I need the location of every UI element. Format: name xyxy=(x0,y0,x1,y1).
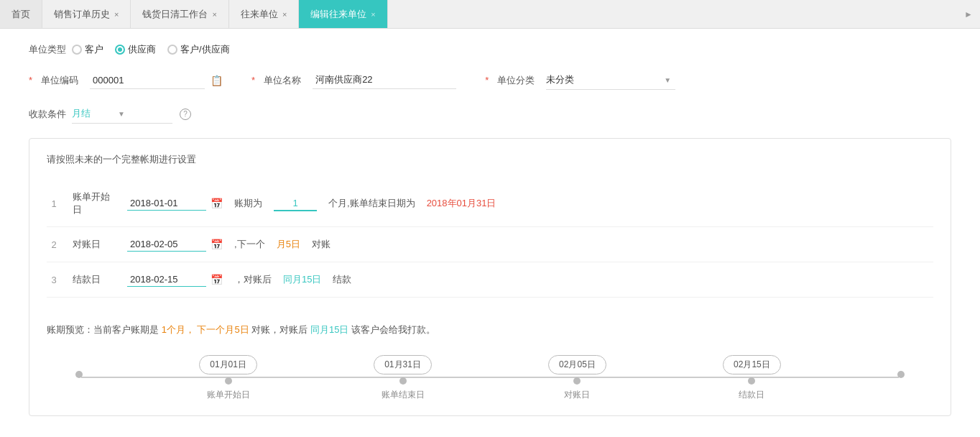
tab-cashwork[interactable]: 钱货日清工作台 × xyxy=(131,0,228,28)
card-section: 请按照未来的一个完整帐期进行设置 1 账单开始日 📅 账期为 个月,账单结束日期… xyxy=(29,138,951,416)
payment-label: 收款条件 xyxy=(29,108,66,121)
row-type-1: 账单开始日 xyxy=(73,190,116,216)
radio-customer-supplier[interactable]: 客户/供应商 xyxy=(167,43,230,56)
row-num-2: 2 xyxy=(47,239,61,250)
unit-class-label: 单位分类 xyxy=(497,74,535,87)
radio-customer-circle xyxy=(72,45,82,55)
timeline: 01月01日 账单开始日 01月31日 账单结束日 02月05日 对账日 xyxy=(47,355,933,401)
tab-home[interactable]: 首页 xyxy=(0,0,42,28)
row-num-3: 3 xyxy=(47,275,61,285)
required-star-name: * xyxy=(251,75,255,86)
date-wrapper-2: 📅 xyxy=(127,237,223,252)
timeline-label-2: 账单结束日 xyxy=(382,389,425,401)
timeline-end-dot xyxy=(897,371,905,378)
payment-row: 收款条件 月结 ▼ ? xyxy=(29,104,951,124)
period-input-1[interactable] xyxy=(274,196,317,211)
timeline-item-3: 02月05日 对账日 xyxy=(548,355,606,401)
timeline-start-dot xyxy=(75,371,83,378)
row3-suffix-highlight: 同月15日 xyxy=(283,273,321,286)
timeline-pill-3: 02月05日 xyxy=(548,355,606,374)
unit-name-field: * 单位名称 xyxy=(251,72,456,89)
setting-row-1: 1 账单开始日 📅 账期为 个月,账单结束日期为 2018年01月31日 xyxy=(47,180,933,227)
timeline-label-1: 账单开始日 xyxy=(207,389,250,401)
payment-select[interactable]: 月结 ▼ xyxy=(72,104,172,124)
row-num-1: 1 xyxy=(47,198,61,209)
preview-suffix: 该客户会给我打款。 xyxy=(351,324,435,335)
preview-prefix: 账期预览：当前客户账期是 xyxy=(47,324,159,335)
radio-supplier[interactable]: 供应商 xyxy=(115,43,156,56)
row2-suffix-highlight: 月5日 xyxy=(277,238,300,251)
timeline-pill-4: 02月15日 xyxy=(723,355,781,374)
row3-suffix-post: 结款 xyxy=(333,273,351,286)
page-content: 单位类型 客户 供应商 客户/供应商 * 单位编码 📋 * xyxy=(0,29,980,437)
required-star-class: * xyxy=(485,75,489,86)
date-wrapper-1: 📅 xyxy=(127,196,223,211)
preview-p3: 同月15日 xyxy=(310,324,348,335)
preview-mid: 对账，对账后 xyxy=(251,324,308,335)
setting-row-3: 3 结款日 📅 ，对账后同月15日结款 xyxy=(47,262,933,298)
unit-class-value: 未分类 xyxy=(546,73,574,86)
radio-supplier-circle xyxy=(115,45,125,55)
chevron-down-icon: ▼ xyxy=(664,76,671,84)
row-type-2: 对账日 xyxy=(73,238,116,251)
timeline-points: 01月01日 账单开始日 01月31日 账单结束日 02月05日 对账日 xyxy=(75,355,905,401)
timeline-pill-1: 01月01日 xyxy=(199,355,257,374)
payment-chevron-icon: ▼ xyxy=(118,110,125,118)
row2-suffix-pre: ,下一个 xyxy=(234,238,265,251)
row-type-3: 结款日 xyxy=(73,273,116,286)
unit-type-row: 单位类型 客户 供应商 客户/供应商 xyxy=(29,43,951,56)
help-icon[interactable]: ? xyxy=(180,109,191,120)
calendar-icon-2[interactable]: 📅 xyxy=(211,239,223,250)
date-wrapper-3: 📅 xyxy=(127,272,223,287)
unit-code-label: 单位编码 xyxy=(41,74,78,87)
radio-customer[interactable]: 客户 xyxy=(72,43,103,56)
unit-code-field: * 单位编码 📋 xyxy=(29,72,223,89)
preview-p2: 下一个月5日 xyxy=(197,324,249,335)
unit-name-input[interactable] xyxy=(313,72,456,89)
unit-class-field: * 单位分类 未分类 ▼ xyxy=(485,70,675,90)
row2-suffix-post: 对账 xyxy=(312,238,330,251)
fields-row: * 单位编码 📋 * 单位名称 * 单位分类 未分类 ▼ xyxy=(29,70,951,90)
close-tab-contacts[interactable]: × xyxy=(282,10,287,19)
date-input-1[interactable] xyxy=(127,196,206,211)
period-prefix-1: 账期为 xyxy=(234,197,262,210)
tab-sales-history[interactable]: 销售订单历史 × xyxy=(42,0,131,28)
timeline-end xyxy=(897,371,905,401)
unit-type-radio-group: 客户 供应商 客户/供应商 xyxy=(72,43,230,56)
tab-scroll-right[interactable]: ► xyxy=(957,0,980,28)
timeline-dot-4 xyxy=(748,377,755,385)
unit-name-label: 单位名称 xyxy=(264,74,301,87)
radio-customer-supplier-circle xyxy=(167,45,177,55)
tab-bar: 首页 销售订单历史 × 钱货日清工作台 × 往来单位 × 编辑往来单位 × ► xyxy=(0,0,980,29)
timeline-dot-1 xyxy=(225,377,232,385)
close-tab-sales-history[interactable]: × xyxy=(114,10,119,19)
timeline-item-1: 01月01日 账单开始日 xyxy=(199,355,257,401)
date-input-2[interactable] xyxy=(127,237,206,252)
preview-text: 账期预览：当前客户账期是 1个月， 下一个月5日 对账，对账后 同月15日 该客… xyxy=(47,312,933,348)
tab-contacts[interactable]: 往来单位 × xyxy=(229,0,299,28)
timeline-item-2: 01月31日 账单结束日 xyxy=(374,355,432,401)
period-suffix-1: 个月,账单结束日期为 xyxy=(328,197,415,210)
tab-edit-contact[interactable]: 编辑往来单位 × xyxy=(299,0,387,28)
unit-code-icon[interactable]: 📋 xyxy=(211,75,223,86)
card-title: 请按照未来的一个完整帐期进行设置 xyxy=(47,153,933,166)
timeline-label-3: 对账日 xyxy=(564,389,590,401)
close-tab-cashwork[interactable]: × xyxy=(212,10,216,19)
unit-code-input[interactable] xyxy=(90,72,205,89)
close-tab-edit-contact[interactable]: × xyxy=(371,10,375,19)
date-input-3[interactable] xyxy=(127,272,206,287)
row3-suffix-pre: ，对账后 xyxy=(234,273,272,286)
required-star-code: * xyxy=(29,75,32,86)
timeline-pill-2: 01月31日 xyxy=(374,355,432,374)
timeline-item-4: 02月15日 结款日 xyxy=(723,355,781,401)
calendar-icon-3[interactable]: 📅 xyxy=(211,274,223,285)
timeline-dot-3 xyxy=(573,377,581,385)
payment-value: 月结 xyxy=(72,107,115,120)
period-end-date-1: 2018年01月31日 xyxy=(427,197,496,210)
preview-p1: 1个月， xyxy=(162,324,195,335)
calendar-icon-1[interactable]: 📅 xyxy=(211,198,223,209)
unit-class-dropdown[interactable]: 未分类 ▼ xyxy=(546,70,675,90)
timeline-label-4: 结款日 xyxy=(739,389,764,401)
timeline-start xyxy=(75,371,83,401)
timeline-dot-2 xyxy=(399,377,407,385)
